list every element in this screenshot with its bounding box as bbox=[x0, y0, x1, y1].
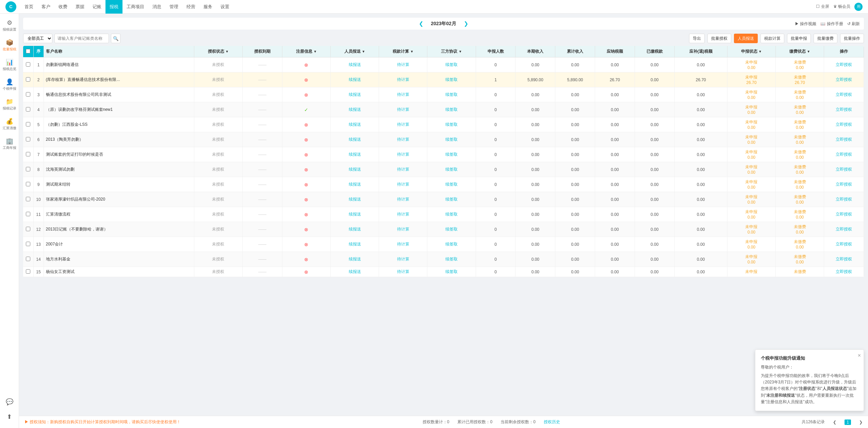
row-tax-calc[interactable]: 待计算 bbox=[379, 207, 427, 222]
row-action[interactable]: 立即授权 bbox=[824, 117, 864, 132]
row-action[interactable]: 立即授权 bbox=[824, 162, 864, 177]
row-select-checkbox[interactable] bbox=[26, 122, 30, 126]
row-tax-calc[interactable]: 待计算 bbox=[379, 102, 427, 117]
row-report[interactable]: 续报送 bbox=[331, 132, 379, 147]
row-report[interactable]: 续报送 bbox=[331, 252, 379, 267]
row-agreement[interactable]: 续签取 bbox=[427, 147, 476, 162]
sidebar-item-batch-tax[interactable]: 📦 批量报税 bbox=[1, 36, 18, 54]
row-report[interactable]: 续报送 bbox=[331, 147, 379, 162]
nav-invoice[interactable]: 票据 bbox=[71, 0, 88, 14]
nav-management[interactable]: 管理 bbox=[165, 0, 182, 14]
operation-manual-btn[interactable]: 📖 操作手册 bbox=[820, 21, 843, 27]
batch-pay-btn[interactable]: 批量缴费 bbox=[814, 34, 837, 43]
row-agreement[interactable]: 续签取 bbox=[427, 222, 476, 237]
page-prev-btn[interactable]: ❮ bbox=[833, 420, 836, 425]
row-tax-calc[interactable]: 待计算 bbox=[379, 192, 427, 207]
nav-accounting[interactable]: 记账 bbox=[88, 0, 105, 14]
row-tax-calc[interactable]: 待计算 bbox=[379, 132, 427, 147]
row-action[interactable]: 立即授权 bbox=[824, 72, 864, 87]
row-select-checkbox[interactable] bbox=[26, 77, 30, 82]
row-action[interactable]: 立即授权 bbox=[824, 57, 864, 72]
prev-month-btn[interactable]: ❮ bbox=[417, 20, 425, 27]
row-report[interactable]: 续报送 bbox=[331, 192, 379, 207]
sidebar-item-tax-settings[interactable]: ⚙ 报税设置 bbox=[1, 16, 18, 35]
row-report[interactable]: 续报送 bbox=[331, 237, 379, 252]
staff-filter-select[interactable]: 全部员工 bbox=[23, 34, 52, 43]
row-action[interactable]: 立即授权 bbox=[824, 132, 864, 147]
row-report[interactable]: 续报送 bbox=[331, 102, 379, 117]
operation-video-btn[interactable]: ▶ 操作视频 bbox=[795, 21, 816, 27]
nav-business[interactable]: 工商项目 bbox=[122, 0, 148, 14]
row-action[interactable]: 立即授权 bbox=[824, 207, 864, 222]
row-tax-calc[interactable]: 待计算 bbox=[379, 117, 427, 132]
row-agreement[interactable]: 续签取 bbox=[427, 267, 476, 277]
auth-history-link[interactable]: 授权历史 bbox=[544, 419, 560, 425]
row-tax-calc[interactable]: 待计算 bbox=[379, 252, 427, 267]
row-tax-calc[interactable]: 待计算 bbox=[379, 162, 427, 177]
row-action[interactable]: 立即授权 bbox=[824, 147, 864, 162]
search-button[interactable]: 🔍 bbox=[111, 34, 120, 43]
page-next-btn[interactable]: ❯ bbox=[859, 420, 863, 425]
fullscreen-btn[interactable]: ☐ 全屏 bbox=[816, 4, 829, 10]
sidebar-item-reconciliation[interactable]: 💰 汇算清缴 bbox=[1, 115, 18, 133]
row-tax-calc[interactable]: 待计算 bbox=[379, 177, 427, 192]
batch-auth-btn[interactable]: 批量授权 bbox=[707, 34, 731, 43]
select-all-checkbox[interactable] bbox=[26, 49, 30, 53]
row-report[interactable]: 续报送 bbox=[331, 267, 379, 277]
row-tax-calc[interactable]: 待计算 bbox=[379, 267, 427, 277]
row-report[interactable]: 续报送 bbox=[331, 57, 379, 72]
row-agreement[interactable]: 续签取 bbox=[427, 72, 476, 87]
row-agreement[interactable]: 续签取 bbox=[427, 177, 476, 192]
notification-close-btn[interactable]: × bbox=[858, 353, 861, 359]
sidebar-item-annual-report[interactable]: 🏢 工商年报 bbox=[1, 135, 18, 153]
row-tax-calc[interactable]: 待计算 bbox=[379, 222, 427, 237]
row-action[interactable]: 立即授权 bbox=[824, 192, 864, 207]
next-month-btn[interactable]: ❯ bbox=[462, 20, 470, 27]
row-report[interactable]: 续报送 bbox=[331, 162, 379, 177]
nav-settings[interactable]: 设置 bbox=[216, 0, 233, 14]
row-select-checkbox[interactable] bbox=[26, 212, 30, 216]
row-report[interactable]: 续报送 bbox=[331, 117, 379, 132]
row-tax-calc[interactable]: 待计算 bbox=[379, 147, 427, 162]
row-select-checkbox[interactable] bbox=[26, 197, 30, 201]
row-agreement[interactable]: 续签取 bbox=[427, 102, 476, 117]
nav-service[interactable]: 服务 bbox=[199, 0, 216, 14]
row-action[interactable]: 立即授权 bbox=[824, 177, 864, 192]
search-input[interactable] bbox=[54, 34, 109, 43]
row-agreement[interactable]: 续签取 bbox=[427, 192, 476, 207]
row-action[interactable]: 立即授权 bbox=[824, 267, 864, 277]
row-select-checkbox[interactable] bbox=[26, 257, 30, 261]
row-report[interactable]: 续报送 bbox=[331, 72, 379, 87]
row-report[interactable]: 续报送 bbox=[331, 207, 379, 222]
row-select-checkbox[interactable] bbox=[26, 107, 30, 112]
row-action[interactable]: 立即授权 bbox=[824, 222, 864, 237]
row-select-checkbox[interactable] bbox=[26, 227, 30, 231]
row-report[interactable]: 续报送 bbox=[331, 177, 379, 192]
nav-tax[interactable]: 报税 bbox=[105, 0, 122, 14]
row-tax-calc[interactable]: 待计算 bbox=[379, 87, 427, 102]
row-tax-calc[interactable]: 待计算 bbox=[379, 72, 427, 87]
row-agreement[interactable]: 续签取 bbox=[427, 252, 476, 267]
row-report[interactable]: 续报送 bbox=[331, 87, 379, 102]
row-action[interactable]: 立即授权 bbox=[824, 102, 864, 117]
sidebar-item-bottom2[interactable]: ⬆ bbox=[1, 410, 18, 424]
nav-home[interactable]: 首页 bbox=[20, 0, 37, 14]
nav-client[interactable]: 客户 bbox=[37, 0, 54, 14]
row-agreement[interactable]: 续签取 bbox=[427, 162, 476, 177]
sidebar-item-tax-records[interactable]: 📁 报税记录 bbox=[1, 95, 18, 114]
row-tax-calc[interactable]: 待计算 bbox=[379, 237, 427, 252]
row-agreement[interactable]: 续签取 bbox=[427, 207, 476, 222]
member-btn[interactable]: ♛ 畅会员 bbox=[833, 4, 850, 10]
row-tax-calc[interactable]: 待计算 bbox=[379, 57, 427, 72]
row-report[interactable]: 续报送 bbox=[331, 222, 379, 237]
row-agreement[interactable]: 续签取 bbox=[427, 117, 476, 132]
row-agreement[interactable]: 续签取 bbox=[427, 237, 476, 252]
nav-operations[interactable]: 经营 bbox=[182, 0, 199, 14]
nav-billing[interactable]: 收费 bbox=[54, 0, 71, 14]
row-action[interactable]: 立即授权 bbox=[824, 87, 864, 102]
sidebar-item-tax-overview[interactable]: 📊 报税总览 bbox=[1, 56, 18, 74]
batch-file-btn[interactable]: 批量申报 bbox=[787, 34, 811, 43]
row-agreement[interactable]: 续签取 bbox=[427, 57, 476, 72]
sidebar-item-personal-tax[interactable]: 👤 个税申报 bbox=[1, 75, 18, 94]
row-select-checkbox[interactable] bbox=[26, 242, 30, 246]
